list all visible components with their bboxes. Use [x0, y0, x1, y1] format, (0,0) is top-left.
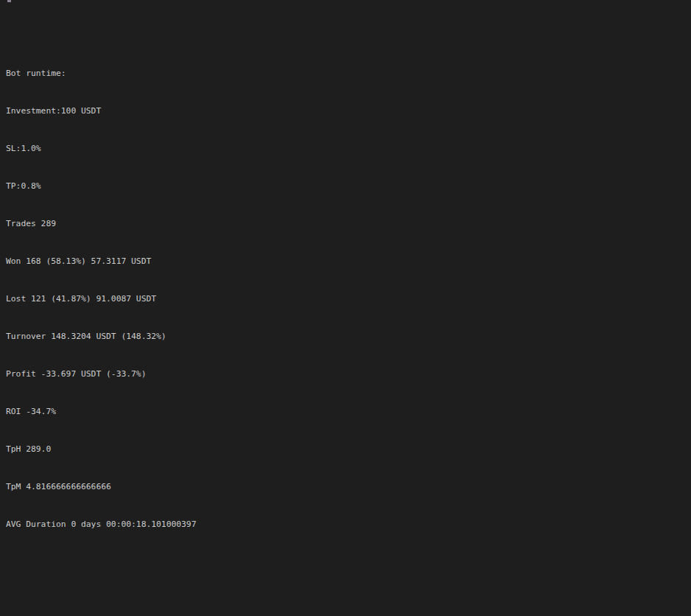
runtime-line-profit: Profit -33.697 USDT (-33.7%) [6, 368, 691, 380]
runtime-line-sl: SL:1.0% [6, 142, 691, 155]
runtime-line-roi: ROI -34.7% [6, 405, 691, 418]
runtime-line-title: Bot runtime: [6, 67, 691, 80]
terminal-output[interactable]: Bot runtime: Investment:100 USDT SL:1.0%… [0, 0, 691, 616]
runtime-stats: Bot runtime: Investment:100 USDT SL:1.0%… [6, 42, 691, 556]
blank-line [6, 593, 691, 606]
runtime-line-turnover: Turnover 148.3204 USDT (148.32%) [6, 330, 691, 343]
runtime-line-tph: TpH 289.0 [6, 443, 691, 455]
runtime-line-avg-duration: AVG Duration 0 days 00:00:18.101000397 [6, 518, 691, 531]
runtime-line-lost: Lost 121 (41.87%) 91.0087 USDT [6, 293, 691, 305]
runtime-line-investment: Investment:100 USDT [6, 105, 691, 117]
runtime-line-tp: TP:0.8% [6, 180, 691, 192]
runtime-line-won: Won 168 (58.13%) 57.3117 USDT [6, 255, 691, 267]
runtime-line-tpm: TpM 4.816666666666666 [6, 480, 691, 493]
runtime-line-trades: Trades 289 [6, 217, 691, 230]
